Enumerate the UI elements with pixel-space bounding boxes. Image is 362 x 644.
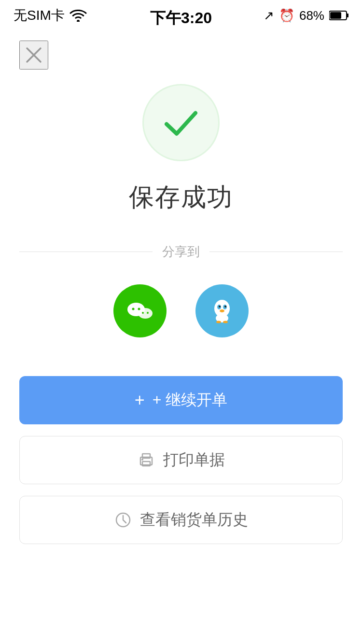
svg-point-16 bbox=[220, 309, 224, 312]
share-label: 分享到 bbox=[162, 243, 200, 260]
wechat-icon bbox=[123, 294, 157, 328]
history-label: 查看销货单历史 bbox=[140, 509, 248, 531]
battery-icon bbox=[329, 10, 348, 21]
status-right: ↗ ⏰ 68% bbox=[264, 8, 348, 23]
svg-point-15 bbox=[224, 306, 226, 308]
wechat-share-button[interactable] bbox=[113, 284, 167, 337]
success-circle bbox=[142, 84, 220, 161]
action-buttons: + + 继续开单 打印单据 查看销货单历史 bbox=[19, 376, 343, 544]
svg-point-7 bbox=[132, 308, 135, 310]
share-section: 分享到 bbox=[19, 243, 343, 337]
close-button[interactable] bbox=[19, 41, 48, 70]
print-button[interactable]: 打印单据 bbox=[19, 436, 343, 484]
divider-right bbox=[209, 252, 343, 252]
battery-percent: 68% bbox=[299, 8, 324, 23]
svg-point-19 bbox=[223, 321, 228, 323]
checkmark-icon bbox=[159, 101, 203, 144]
svg-point-23 bbox=[141, 459, 143, 461]
continue-button[interactable]: + + 继续开单 bbox=[19, 376, 343, 424]
divider-left bbox=[19, 252, 153, 252]
svg-point-8 bbox=[138, 308, 140, 310]
continue-label: + 继续开单 bbox=[153, 390, 228, 411]
history-button[interactable]: 查看销货单历史 bbox=[19, 496, 343, 544]
svg-point-9 bbox=[142, 312, 144, 314]
print-icon bbox=[137, 451, 155, 469]
location-icon: ↗ bbox=[264, 8, 274, 23]
svg-rect-1 bbox=[347, 14, 348, 17]
print-label: 打印单据 bbox=[163, 449, 225, 471]
alarm-icon: ⏰ bbox=[279, 8, 294, 23]
carrier-wifi: 无SIM卡 bbox=[14, 6, 87, 25]
time-display: 下午3:20 bbox=[150, 8, 212, 29]
main-content: 保存成功 分享到 bbox=[0, 31, 362, 544]
success-title: 保存成功 bbox=[129, 181, 233, 214]
svg-point-10 bbox=[147, 312, 149, 314]
status-bar: 无SIM卡 下午3:20 ↗ ⏰ 68% bbox=[0, 0, 362, 31]
svg-point-14 bbox=[219, 306, 221, 308]
wifi-icon bbox=[70, 9, 87, 22]
qq-icon bbox=[205, 294, 239, 328]
qq-share-button[interactable] bbox=[195, 284, 249, 337]
share-divider: 分享到 bbox=[19, 243, 343, 260]
share-icons bbox=[113, 284, 249, 337]
svg-point-6 bbox=[138, 308, 153, 319]
history-icon bbox=[114, 511, 132, 529]
svg-point-18 bbox=[216, 321, 221, 323]
svg-rect-2 bbox=[330, 12, 341, 19]
carrier-text: 无SIM卡 bbox=[14, 6, 65, 25]
continue-plus-icon: + bbox=[135, 390, 145, 410]
